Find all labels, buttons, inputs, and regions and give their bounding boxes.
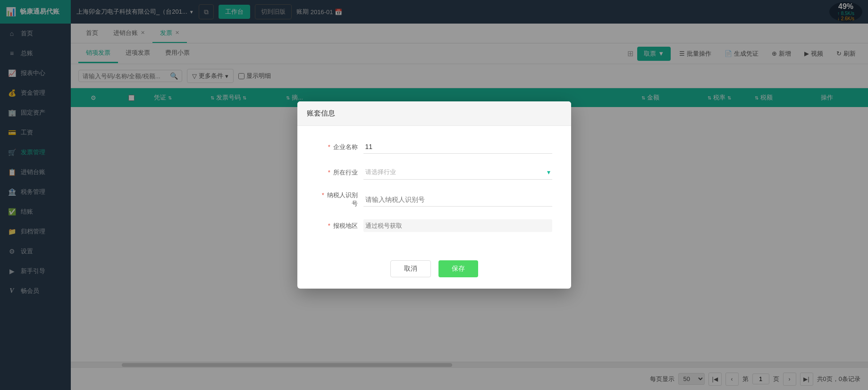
- company-name-control: [363, 140, 552, 154]
- required-star: *: [328, 222, 330, 229]
- dialog-overlay[interactable]: 账套信息 * 企业名称 * 所在行业: [0, 0, 868, 390]
- save-button[interactable]: 保存: [438, 260, 478, 277]
- industry-label: * 所在行业: [316, 168, 363, 177]
- tax-region-input: [363, 219, 552, 232]
- tax-id-label: * 纳税人识别号: [316, 191, 363, 208]
- required-star: *: [322, 191, 324, 199]
- dialog-body: * 企业名称 * 所在行业 请选择行业 ▾: [297, 126, 571, 253]
- form-row-tax-region: * 报税地区: [316, 219, 552, 232]
- dialog-header: 账套信息: [297, 101, 571, 126]
- dialog-footer: 取消 保存: [297, 253, 571, 289]
- cancel-button[interactable]: 取消: [390, 260, 431, 277]
- form-row-tax-id: * 纳税人识别号: [316, 191, 552, 208]
- company-name-input[interactable]: [363, 140, 552, 154]
- tax-id-input[interactable]: [363, 193, 552, 207]
- tax-id-control: [363, 193, 552, 207]
- account-info-dialog: 账套信息 * 企业名称 * 所在行业: [297, 101, 571, 289]
- form-row-industry: * 所在行业 请选择行业 ▾: [316, 165, 552, 180]
- form-row-company-name: * 企业名称: [316, 140, 552, 154]
- required-star: *: [328, 143, 330, 150]
- tax-region-label: * 报税地区: [316, 222, 363, 230]
- industry-select-wrap[interactable]: 请选择行业 ▾: [363, 165, 552, 180]
- industry-control: 请选择行业 ▾: [363, 165, 552, 180]
- industry-placeholder: 请选择行业: [363, 165, 545, 179]
- company-name-label: * 企业名称: [316, 143, 363, 151]
- industry-dropdown-icon[interactable]: ▾: [545, 166, 552, 178]
- dialog-title: 账套信息: [307, 109, 335, 117]
- tax-region-control: [363, 219, 552, 232]
- required-star: *: [328, 169, 330, 176]
